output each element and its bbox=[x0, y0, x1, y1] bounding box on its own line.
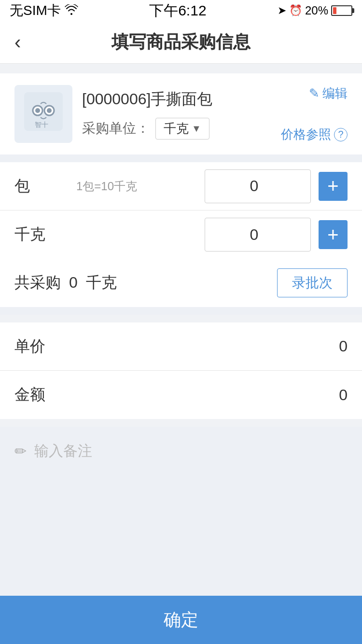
pencil-icon: ✏ bbox=[14, 443, 27, 460]
product-card: 智十 [0000006]手撕面包 采购单位： 千克 ▼ ✎ 编辑 价格参照 ? bbox=[0, 73, 362, 154]
bao-field-wrap: + bbox=[137, 169, 348, 203]
wifi-icon bbox=[65, 3, 78, 18]
status-left: 无SIM卡 bbox=[10, 1, 78, 20]
status-right: ➤ ⏰ 20% bbox=[278, 4, 352, 17]
edit-icon: ✎ bbox=[309, 86, 320, 101]
page-title: 填写商品采购信息 bbox=[111, 30, 251, 54]
edit-button[interactable]: ✎ 编辑 bbox=[309, 85, 348, 102]
price-section: 单价 0 金额 0 bbox=[0, 322, 362, 419]
bao-sublabel: 1包=10千克 bbox=[76, 179, 137, 194]
svg-text:智十: 智十 bbox=[35, 121, 48, 128]
summary-row: 共采购 0 千克 录批次 bbox=[0, 259, 362, 307]
unit-price-value: 0 bbox=[339, 337, 348, 355]
kg-plus-button[interactable]: + bbox=[319, 220, 348, 249]
help-icon: ? bbox=[334, 128, 348, 141]
unit-select[interactable]: 千克 ▼ bbox=[155, 118, 209, 140]
amount-value: 0 bbox=[339, 386, 348, 404]
svg-point-3 bbox=[35, 108, 40, 113]
remark-section[interactable]: ✏ 输入备注 bbox=[0, 427, 362, 476]
alarm-icon: ⏰ bbox=[289, 4, 302, 17]
bao-plus-button[interactable]: + bbox=[319, 172, 348, 201]
bao-input[interactable] bbox=[205, 169, 311, 203]
price-ref-button[interactable]: 价格参照 ? bbox=[281, 126, 348, 143]
section-divider-1 bbox=[0, 154, 362, 162]
batch-button[interactable]: 录批次 bbox=[277, 268, 348, 297]
kg-input[interactable] bbox=[205, 218, 311, 252]
svg-point-4 bbox=[47, 108, 52, 113]
bao-label: 包 bbox=[14, 176, 72, 197]
amount-label: 金额 bbox=[14, 384, 45, 406]
kg-input-row: 千克 + bbox=[0, 210, 362, 259]
chevron-down-icon: ▼ bbox=[192, 123, 201, 134]
confirm-button[interactable]: 确定 bbox=[0, 596, 362, 644]
product-name: [0000006]手撕面包 bbox=[82, 89, 348, 110]
battery-icon bbox=[331, 5, 352, 16]
remark-placeholder: 输入备注 bbox=[34, 441, 92, 461]
kg-label: 千克 bbox=[14, 224, 72, 245]
battery-percent: 20% bbox=[305, 4, 328, 17]
kg-field-wrap: + bbox=[72, 218, 348, 252]
unit-price-label: 单价 bbox=[14, 336, 45, 357]
section-divider-2 bbox=[0, 307, 362, 315]
location-icon: ➤ bbox=[278, 4, 286, 17]
quantity-section: 包 1包=10千克 + 千克 + bbox=[0, 162, 362, 259]
back-button[interactable]: ‹ bbox=[14, 31, 21, 53]
product-thumb-icon: 智十 bbox=[24, 92, 63, 136]
nav-bar: ‹ 填写商品采购信息 bbox=[0, 21, 362, 64]
unit-price-row: 单价 0 bbox=[0, 322, 362, 371]
product-thumbnail: 智十 bbox=[14, 85, 72, 143]
carrier-text: 无SIM卡 bbox=[10, 1, 61, 20]
status-bar: 无SIM卡 下午6:12 ➤ ⏰ 20% bbox=[0, 0, 362, 21]
summary-text: 共采购 0 千克 bbox=[14, 272, 117, 294]
amount-row: 金额 0 bbox=[0, 371, 362, 419]
bao-input-row: 包 1包=10千克 + bbox=[0, 162, 362, 210]
status-time: 下午6:12 bbox=[149, 1, 206, 21]
unit-label: 采购单位： bbox=[82, 119, 150, 138]
